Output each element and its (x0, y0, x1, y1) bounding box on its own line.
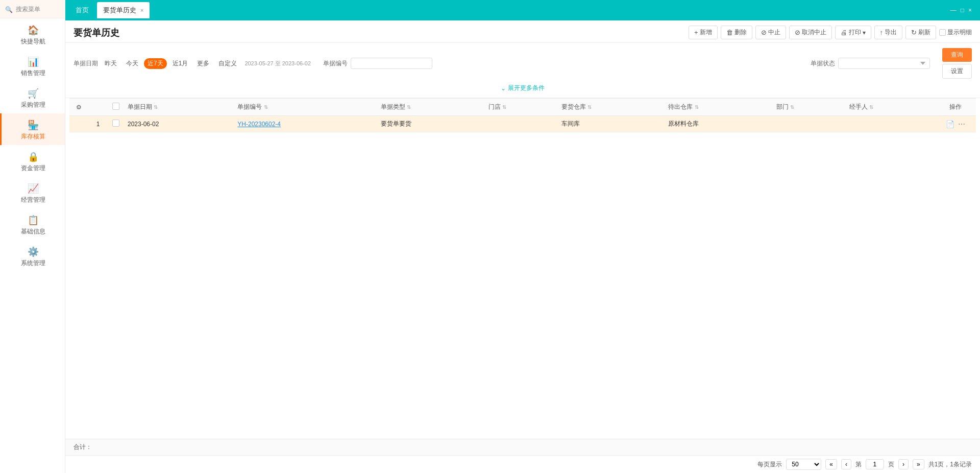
page-label: 第 (855, 460, 862, 469)
tab-home-label: 首页 (76, 6, 89, 15)
doc-number-input[interactable] (351, 58, 432, 69)
set-button[interactable]: 设置 (942, 64, 972, 79)
doc-status-select[interactable] (838, 58, 930, 69)
handler-cell (845, 116, 935, 132)
store-col-header[interactable]: 门店 ⇅ (484, 99, 557, 116)
per-page-select[interactable]: 50 10 20 100 (786, 459, 821, 470)
doc-date-col-header[interactable]: 单据日期 ⇅ (124, 99, 233, 116)
department-sort-icon: ⇅ (790, 104, 794, 110)
doc-type-col-header[interactable]: 单据类型 ⇅ (377, 99, 484, 116)
row-num-cell: 1 (88, 116, 108, 132)
expand-more-icon: ⌄ (501, 85, 506, 92)
purchase-icon: 🛒 (28, 88, 39, 99)
req-warehouse-col-header[interactable]: 要货仓库 ⇅ (557, 99, 665, 116)
sidebar-item-purchase[interactable]: 🛒 采购管理 (0, 82, 65, 113)
date-filter-group: 单据日期 昨天 今天 近7天 近1月 更多 自定义 2023-05-27 至 2… (74, 58, 311, 69)
expand-more-btn[interactable]: ⌄ 展开更多条件 (74, 82, 972, 94)
sidebar-item-sales[interactable]: 📊 销售管理 (0, 50, 65, 82)
date-btn-today[interactable]: 今天 (122, 58, 142, 69)
sidebar-label-inventory: 库存核算 (21, 132, 45, 141)
display-detail-toggle[interactable]: 显示明细 (939, 28, 972, 37)
prev-page-btn[interactable]: ‹ (841, 459, 851, 469)
row-check-cell[interactable] (108, 116, 124, 132)
handler-col-header[interactable]: 经手人 ⇅ (845, 99, 935, 116)
minimize-btn[interactable]: — (950, 7, 957, 14)
display-detail-label: 显示明细 (947, 28, 972, 37)
select-all-checkbox[interactable] (112, 103, 119, 110)
view-detail-icon[interactable]: 📄 (946, 120, 954, 128)
sidebar-label-basic: 基础信息 (21, 227, 45, 236)
pending-warehouse-col-header[interactable]: 待出仓库 ⇅ (664, 99, 772, 116)
sidebar-label-finance: 资金管理 (21, 164, 45, 173)
content-area: 要货单历史 + 新增 🗑 删除 ⊘ 中止 ⊘ 取消中止 (65, 20, 980, 473)
sidebar-label-purchase: 采购管理 (21, 101, 45, 109)
total-label: 合计： (74, 443, 92, 452)
stop-icon: ⊘ (761, 29, 767, 36)
settings-col-header[interactable]: ⚙ (69, 99, 88, 116)
delete-icon: 🗑 (726, 29, 733, 36)
page-suffix: 页 (888, 460, 894, 469)
sidebar-item-home[interactable]: 🏠 快捷导航 (0, 18, 65, 50)
sidebar: 🔍 搜索菜单 🏠 快捷导航📊 销售管理🛒 采购管理🏪 库存核算🔒 资金管理📈 经… (0, 0, 65, 473)
next-page-btn[interactable]: › (898, 459, 909, 469)
department-col-header[interactable]: 部门 ⇅ (772, 99, 845, 116)
tab-history-label: 要货单历史 (103, 6, 136, 15)
date-btn-more[interactable]: 更多 (193, 58, 213, 69)
sidebar-item-finance[interactable]: 🔒 资金管理 (0, 145, 65, 177)
query-button[interactable]: 查询 (942, 48, 972, 62)
handler-sort-icon: ⇅ (869, 104, 873, 110)
close-btn[interactable]: × (968, 7, 972, 14)
export-button[interactable]: ↑ 导出 (874, 26, 903, 39)
stop-label: 中止 (768, 28, 780, 37)
sidebar-item-operation[interactable]: 📈 经营管理 (0, 177, 65, 208)
home-icon: 🏠 (28, 25, 39, 36)
new-icon: + (694, 29, 698, 36)
settings-cell (69, 116, 88, 132)
header-actions: + 新增 🗑 删除 ⊘ 中止 ⊘ 取消中止 🖨 打印 (689, 26, 972, 39)
refresh-label: 刷新 (918, 28, 930, 37)
date-btn-recent7[interactable]: 近7天 (144, 58, 167, 69)
first-page-btn[interactable]: « (825, 459, 837, 469)
pagination-bar: 每页显示 50 10 20 100 « ‹ 第 页 › » 共1页，1条记录 (65, 455, 980, 473)
req-warehouse-sort-icon: ⇅ (587, 104, 592, 110)
delete-button[interactable]: 🗑 删除 (721, 26, 752, 39)
tab-history[interactable]: 要货单历史 × (97, 2, 150, 18)
store-cell (484, 116, 557, 132)
new-button[interactable]: + 新增 (689, 26, 718, 39)
num-col-header (88, 99, 108, 116)
export-icon: ↑ (880, 29, 884, 36)
table-footer: 合计： (65, 439, 980, 455)
tab-close-icon[interactable]: × (140, 7, 143, 13)
sidebar-label-operation: 经营管理 (21, 196, 45, 204)
last-page-btn[interactable]: » (913, 459, 924, 469)
print-button[interactable]: 🖨 打印 ▾ (835, 26, 871, 39)
sidebar-label-home: 快捷导航 (21, 37, 45, 46)
maximize-btn[interactable]: □ (961, 7, 964, 14)
print-label: 打印 (849, 28, 861, 37)
cancel-stop-button[interactable]: ⊘ 取消中止 (789, 26, 832, 39)
tab-home[interactable]: 首页 (69, 2, 95, 18)
search-menu-item[interactable]: 🔍 搜索菜单 (0, 0, 65, 18)
sidebar-item-basic[interactable]: 📋 基础信息 (0, 208, 65, 240)
check-col-header[interactable] (108, 99, 124, 116)
date-btn-custom[interactable]: 自定义 (215, 58, 240, 69)
pending-warehouse-sort-icon: ⇅ (695, 104, 699, 110)
cancel-stop-icon: ⊘ (795, 29, 800, 36)
date-btn-recent-month[interactable]: 近1月 (169, 58, 192, 69)
filter-row-1: 单据日期 昨天 今天 近7天 近1月 更多 自定义 2023-05-27 至 2… (74, 48, 972, 79)
doc-number-cell[interactable]: YH-20230602-4 (233, 116, 376, 132)
refresh-button[interactable]: ↻ 刷新 (905, 26, 936, 39)
finance-icon: 🔒 (28, 151, 39, 162)
sidebar-item-inventory[interactable]: 🏪 库存核算 (0, 113, 65, 145)
query-set-btns: 查询 设置 (942, 48, 972, 79)
doc-number-col-header[interactable]: 单据编号 ⇅ (233, 99, 376, 116)
more-ops-icon[interactable]: ⋯ (958, 120, 965, 128)
date-btn-yesterday[interactable]: 昨天 (101, 58, 120, 69)
display-detail-checkbox[interactable] (939, 29, 946, 36)
page-number-input[interactable] (866, 459, 884, 469)
stop-button[interactable]: ⊘ 中止 (755, 26, 786, 39)
page-header: 要货单历史 + 新增 🗑 删除 ⊘ 中止 ⊘ 取消中止 (65, 20, 980, 43)
doc-number-sort-icon: ⇅ (264, 104, 268, 110)
sidebar-item-system[interactable]: ⚙️ 系统管理 (0, 240, 65, 272)
doc-type-sort-icon: ⇅ (407, 104, 411, 110)
